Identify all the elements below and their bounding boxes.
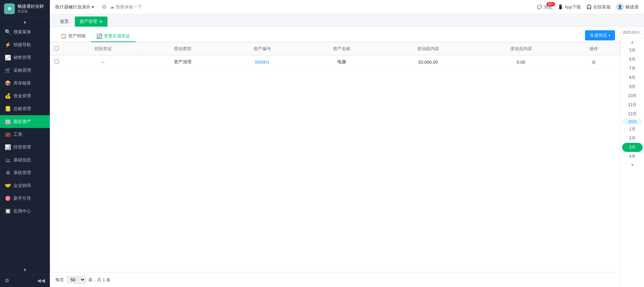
basic-info-icon: 🗂	[5, 157, 11, 163]
table-col-change-type: 变动类型	[143, 42, 222, 56]
sidebar-item-system[interactable]: ⚙ 系统管理	[0, 166, 50, 179]
online-support-btn[interactable]: 🎧 在线客服	[586, 4, 611, 10]
calendar-month-11[interactable]: 11月	[622, 100, 643, 109]
total-records: 条，共 1 条	[88, 277, 111, 283]
row-checkbox[interactable]	[55, 59, 59, 64]
app-download-btn[interactable]: 📱 App下载	[558, 4, 581, 10]
calendar-up-arrow[interactable]: ▲	[622, 38, 643, 46]
guide-icon: 🎯	[5, 195, 11, 201]
sidebar-item-purchase[interactable]: 🛒 采购管理	[0, 64, 50, 77]
sidebar-nav: 🔍 搜索菜单 ⚡ 快捷导航 📈 销售管理 🛒 采购管理 📦 库存核算 💰 资金管…	[0, 26, 50, 266]
messages-badge: 99+	[547, 2, 555, 6]
experience-label: 我要体验一下	[116, 4, 142, 10]
sidebar-item-quicknav[interactable]: ⚡ 快捷导航	[0, 38, 50, 51]
sidebar-scroll-up[interactable]: ▲	[0, 18, 50, 26]
tab-home[interactable]: 首页	[55, 17, 73, 27]
tabbar: 首页 资产管理 ✕	[50, 14, 644, 27]
sidebar-item-label: 总账管理	[13, 106, 31, 112]
table-row: -- 资产清理 000001 电脑 50,000.00 0.00 🗑	[50, 56, 620, 69]
calendar-month-9[interactable]: 9月	[622, 82, 643, 91]
app-download-label: App下载	[564, 4, 581, 10]
sidebar-item-label: 搜索菜单	[13, 29, 31, 35]
tab-close-icon[interactable]: ✕	[99, 19, 103, 24]
sidebar: 畅 畅捷通好业财 普及版 ▲ 🔍 搜索菜单 ⚡ 快捷导航 📈 销售管理 🛒 采购…	[0, 0, 50, 287]
row-after-content: 0.00	[474, 56, 568, 69]
content-main: 📋 资产明细 🔄 变更生成凭证 生成凭证 ▾	[50, 27, 620, 287]
select-all-checkbox[interactable]	[54, 46, 59, 51]
sidebar-item-fixed-assets[interactable]: 🏢 固定资产	[0, 115, 50, 128]
sidebar-item-guide[interactable]: 🎯 新手引导	[0, 192, 50, 205]
delete-row-icon[interactable]: 🗑	[591, 59, 596, 65]
right-panel-expand-btn[interactable]: ⛶	[642, 30, 644, 35]
sidebar-item-label: 库存核算	[13, 80, 31, 86]
sidebar-item-salary[interactable]: 💼 工资	[0, 128, 50, 141]
table-header-row: 对应凭证 变动类型 资产编号 资产名称	[50, 42, 620, 56]
collapse-icon[interactable]: ◀◀	[37, 278, 45, 284]
sidebar-item-label: 销售管理	[13, 55, 31, 61]
sidebar-item-search[interactable]: 🔍 搜索菜单	[0, 26, 50, 38]
message-icon: 💬	[537, 4, 542, 9]
table-col-before: 变动前内容	[381, 42, 474, 56]
sidebar-item-label: 快捷导航	[13, 42, 31, 48]
operations-icon: 📊	[5, 144, 11, 150]
table-col-after: 变动后内容	[474, 42, 568, 56]
sidebar-item-label: 资金管理	[13, 93, 31, 99]
calendar-month-7[interactable]: 7月	[622, 64, 643, 73]
per-page-select[interactable]: 10 20 50 100	[67, 276, 86, 284]
calendar-month-8[interactable]: 8月	[622, 73, 643, 82]
calendar-month-2023-1[interactable]: 1月	[622, 125, 643, 134]
subtab-bar: 📋 资产明细 🔄 变更生成凭证 生成凭证 ▾	[50, 27, 620, 42]
sidebar-item-label: 企业协同	[13, 183, 31, 189]
tab-asset-management[interactable]: 资产管理 ✕	[75, 17, 108, 27]
subtab-left: 📋 资产明细 🔄 变更生成凭证	[55, 31, 135, 41]
settings-bottom-icon[interactable]: ⚙	[5, 278, 9, 284]
topbar-divider: |	[97, 4, 98, 9]
app-name: 畅捷通好业财	[18, 4, 44, 9]
calendar-month-5[interactable]: 5月	[622, 46, 643, 55]
tab-asset-label: 资产管理	[80, 19, 97, 25]
sidebar-item-inventory[interactable]: 📦 库存核算	[0, 77, 50, 90]
subtab-asset-detail[interactable]: 📋 资产明细	[55, 31, 91, 42]
calendar-month-6[interactable]: 6月	[622, 55, 643, 64]
calendar-month-2023-2[interactable]: 2月	[622, 134, 643, 143]
calendar-month-2023-4[interactable]: 4月	[622, 152, 643, 161]
sidebar-item-finance[interactable]: 💰 资金管理	[0, 90, 50, 102]
ledger-icon: 📒	[5, 106, 11, 112]
row-voucher: --	[63, 56, 143, 69]
user-profile-btn[interactable]: 👤 畅捷通	[616, 3, 639, 11]
row-asset-code[interactable]: 000001	[222, 56, 302, 69]
sidebar-item-ledger[interactable]: 📒 总账管理	[0, 102, 50, 115]
sidebar-item-appstore[interactable]: 🔲 应用中心	[0, 205, 50, 218]
calendar-month-10[interactable]: 10月	[622, 91, 643, 100]
sidebar-item-collab[interactable]: 🤝 企业协同	[0, 179, 50, 192]
right-panel-header: 2023.03 ✕ ⛶	[621, 27, 644, 38]
phone-icon: 📱	[558, 4, 563, 9]
topbar-settings-icon[interactable]: ⚙	[102, 4, 106, 10]
messages-btn[interactable]: 💬 消息 99+	[537, 4, 552, 10]
calendar-down-arrow[interactable]: ▼	[622, 161, 643, 169]
company-selector[interactable]: 医疗器械行业演示 ▾	[55, 4, 94, 10]
sidebar-item-basic-info[interactable]: 🗂 基础信息	[0, 154, 50, 166]
generate-voucher-button[interactable]: 生成凭证 ▾	[585, 30, 615, 40]
fixed-assets-icon: 🏢	[5, 119, 11, 125]
tab-home-label: 首页	[60, 19, 69, 24]
sidebar-item-label: 固定资产	[13, 119, 31, 125]
table-col-asset-name: 资产名称	[302, 42, 381, 56]
sidebar-item-operations[interactable]: 📊 经营管理	[0, 141, 50, 154]
row-action-cell: 🗑	[568, 56, 620, 69]
right-panel-close-btn[interactable]: ✕	[636, 30, 640, 35]
quicknav-icon: ⚡	[5, 42, 11, 48]
calendar-year-2023[interactable]: 2023	[622, 119, 643, 125]
calendar-month-12[interactable]: 12月	[622, 109, 643, 119]
generate-btn-label: 生成凭证	[590, 32, 607, 38]
table-col-asset-code: 资产编号	[222, 42, 302, 56]
subtab-change-voucher[interactable]: 🔄 变更生成凭证	[91, 31, 135, 42]
experience-button[interactable]: ☁ 我要体验一下	[110, 4, 142, 10]
cloud-icon: ☁	[110, 4, 114, 9]
app-version: 普及版	[18, 9, 44, 14]
sidebar-item-sales[interactable]: 📈 销售管理	[0, 51, 50, 64]
sidebar-scroll-down[interactable]: ▼	[0, 266, 50, 274]
table-col-voucher: 对应凭证	[63, 42, 143, 56]
right-panel: 2023.03 ✕ ⛶ ▲ 5月 6月 7月 8月 9月 10月 11月 12月	[620, 27, 644, 287]
calendar-month-2023-3[interactable]: 3月	[622, 143, 643, 152]
